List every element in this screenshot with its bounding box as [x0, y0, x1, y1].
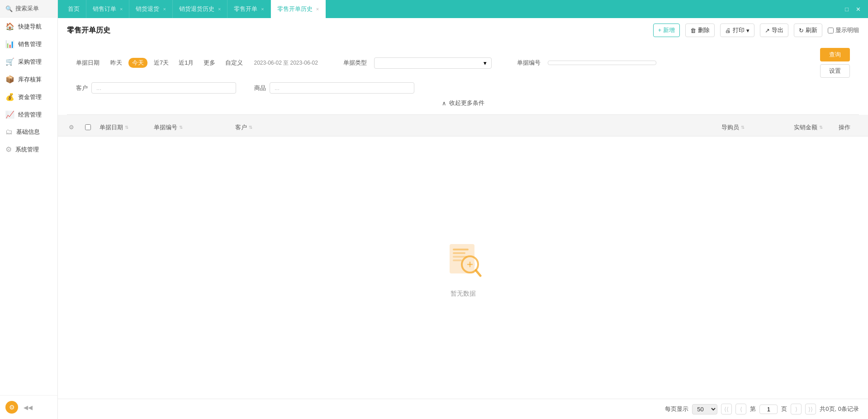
th-number[interactable]: 单据编号 ⇅: [150, 123, 232, 132]
export-button[interactable]: ↗ 导出: [760, 24, 788, 37]
tab-close-sales-return[interactable]: ×: [163, 6, 166, 12]
th-action: 操作: [826, 123, 863, 132]
filter-row-1: 单据日期 昨天今天近7天近1月更多自定义 2023-06-02 至 2023-0…: [76, 48, 850, 78]
empty-illustration: [441, 237, 486, 282]
date-filter-label: 单据日期: [76, 59, 100, 67]
refresh-button[interactable]: ↻ 刷新: [794, 24, 822, 37]
date-opt-近1月[interactable]: 近1月: [175, 58, 197, 68]
date-opt-昨天[interactable]: 昨天: [107, 58, 126, 68]
svg-rect-1: [453, 249, 469, 250]
tab-retail-open[interactable]: 零售开单×: [228, 0, 270, 18]
sidebar-item-kuaijie[interactable]: 🏠快捷导航: [0, 18, 57, 35]
table-header: ⚙ 单据日期 ⇅ 单据编号 ⇅ 客户 ⇅ 导购员 ⇅: [58, 118, 868, 137]
page-input[interactable]: [759, 405, 778, 414]
tab-retail-history[interactable]: 零售开单历史×: [271, 0, 326, 18]
sidebar-item-xiaoshou[interactable]: 📊销售管理: [0, 35, 57, 53]
window-close-btn[interactable]: ✕: [856, 6, 861, 13]
sidebar-search-label: 搜索采单: [15, 5, 39, 13]
next-page-btn[interactable]: ⟩: [791, 404, 802, 414]
customer-label: 客户: [76, 84, 88, 92]
sidebar-item-zijin[interactable]: 💰资金管理: [0, 88, 57, 106]
tab-close-retail-open[interactable]: ×: [261, 6, 264, 12]
export-icon: ↗: [765, 27, 770, 34]
nav-icon-jichu: 🗂: [5, 128, 13, 136]
sort-customer-icon: ⇅: [249, 125, 252, 130]
nav-label-jichu: 基础信息: [16, 128, 40, 136]
date-opt-今天[interactable]: 今天: [128, 58, 147, 68]
tab-label-retail-history: 零售开单历史: [277, 5, 313, 13]
tab-close-retail-history[interactable]: ×: [316, 6, 319, 12]
tab-home[interactable]: 首页: [62, 0, 86, 18]
column-settings-icon[interactable]: ⚙: [63, 124, 80, 131]
tab-sales-return[interactable]: 销货退货×: [129, 0, 172, 18]
date-range-text: 2023-06-02 至 2023-06-02: [254, 59, 318, 67]
customer-input[interactable]: ...: [91, 82, 236, 94]
add-button[interactable]: + 新增: [653, 24, 680, 37]
filter-area: 单据日期 昨天今天近7天近1月更多自定义 2023-06-02 至 2023-0…: [67, 42, 859, 115]
nav-icon-jingying: 📈: [5, 110, 14, 119]
sidebar-item-kucun[interactable]: 📦库存核算: [0, 71, 57, 88]
sidebar-item-jingying[interactable]: 📈经营管理: [0, 106, 57, 123]
total-info: 共0页, 0条记录: [820, 405, 859, 413]
tab-close-sales-return-history[interactable]: ×: [218, 6, 221, 12]
tab-label-sales-return: 销货退货: [136, 5, 159, 13]
print-icon: 🖨: [725, 27, 731, 34]
type-select[interactable]: ▾: [374, 57, 492, 69]
tab-sales-order[interactable]: 销售订单×: [86, 0, 129, 18]
nav-label-caigou: 采购管理: [18, 58, 42, 66]
search-icon: 🔍: [5, 5, 13, 12]
tab-sales-return-history[interactable]: 销货退货历史×: [173, 0, 228, 18]
svg-rect-2: [453, 252, 465, 254]
filter-actions: 查询 设置: [820, 48, 850, 78]
delete-button[interactable]: 🗑 删除: [685, 24, 715, 37]
th-amount[interactable]: 实销金额 ⇅: [772, 123, 826, 132]
number-filter-label: 单据编号: [517, 59, 541, 67]
nav-icon-kucun: 📦: [5, 75, 14, 84]
print-button[interactable]: 🖨 打印 ▾: [720, 24, 754, 37]
sidebar-item-xitong[interactable]: ⚙系统管理: [0, 141, 57, 158]
date-options: 昨天今天近7天近1月更多自定义: [107, 58, 247, 68]
sidebar: 🔍 搜索采单 🏠快捷导航📊销售管理🛒采购管理📦库存核算💰资金管理📈经营管理🗂基础…: [0, 0, 58, 419]
settings-icon-btn[interactable]: ⚙: [5, 401, 18, 414]
first-page-btn[interactable]: ⟨⟨: [721, 404, 732, 414]
refresh-icon: ↻: [799, 27, 804, 34]
delete-icon: 🗑: [690, 27, 696, 34]
sort-guide-icon: ⇅: [741, 125, 745, 130]
goods-placeholder: ...: [275, 85, 280, 91]
th-guide[interactable]: 导购员 ⇅: [718, 123, 772, 132]
toolbar: + 新增 🗑 删除 🖨 打印 ▾ ↗ 导出 ↻: [653, 24, 859, 37]
date-opt-更多[interactable]: 更多: [200, 58, 219, 68]
per-page-select[interactable]: 50 100 200: [692, 404, 717, 414]
th-date[interactable]: 单据日期 ⇅: [96, 123, 150, 132]
sidebar-search[interactable]: 🔍 搜索采单: [0, 0, 57, 18]
sidebar-item-jichu[interactable]: 🗂基础信息: [0, 123, 57, 141]
print-dropdown-icon: ▾: [746, 27, 749, 34]
sidebar-collapse-button[interactable]: ◀◀: [22, 401, 34, 414]
svg-rect-4: [453, 259, 462, 261]
chevron-up-icon: ∧: [442, 100, 446, 107]
page-word: 第: [750, 405, 756, 413]
number-input[interactable]: [548, 61, 656, 65]
filter-settings-button[interactable]: 设置: [820, 64, 850, 78]
sidebar-item-caigou[interactable]: 🛒采购管理: [0, 53, 57, 71]
query-button[interactable]: 查询: [820, 48, 850, 61]
collapse-filter-button[interactable]: ∧ 收起更多条件: [76, 97, 850, 109]
display-toggle[interactable]: 显示明细: [828, 26, 859, 34]
customer-filter-field: 客户 ...: [76, 82, 236, 94]
th-checkbox[interactable]: [80, 124, 96, 130]
th-customer[interactable]: 客户 ⇅: [232, 123, 718, 132]
svg-line-7: [476, 270, 480, 276]
goods-input[interactable]: ...: [270, 82, 414, 94]
prev-page-btn[interactable]: ⟨: [735, 404, 746, 414]
last-page-btn[interactable]: ⟩⟩: [805, 404, 816, 414]
date-opt-自定义[interactable]: 自定义: [222, 58, 247, 68]
date-opt-近7天[interactable]: 近7天: [150, 58, 172, 68]
select-all-checkbox[interactable]: [85, 124, 91, 130]
tab-bar: 首页销售订单×销货退货×销货退货历史×零售开单×零售开单历史× □ ✕: [58, 0, 868, 18]
tab-list: 首页销售订单×销货退货×销货退货历史×零售开单×零售开单历史×: [62, 0, 326, 18]
nav-icon-caigou: 🛒: [5, 57, 14, 66]
window-restore-btn[interactable]: □: [845, 6, 849, 13]
display-checkbox[interactable]: [828, 28, 834, 33]
tab-close-sales-order[interactable]: ×: [120, 6, 123, 12]
per-page-label: 每页显示: [665, 405, 688, 413]
